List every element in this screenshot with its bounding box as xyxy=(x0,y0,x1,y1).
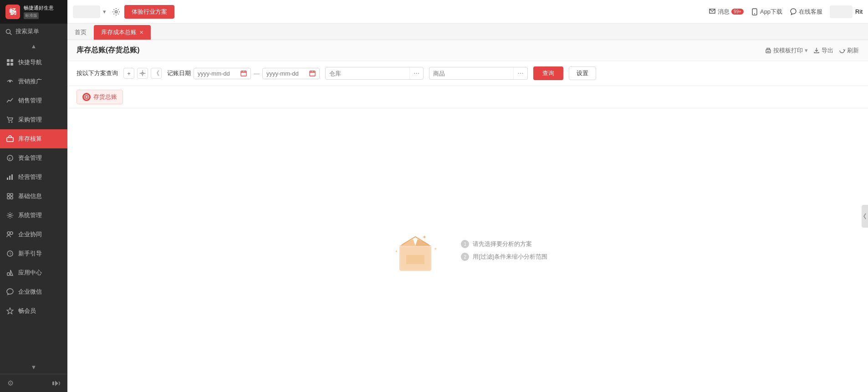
refresh-btn[interactable]: 刷新 xyxy=(839,46,859,55)
operations-icon xyxy=(5,173,15,182)
sidebar-label-system: 系统管理 xyxy=(18,211,42,219)
sidebar-item-purchase[interactable]: 采购管理 xyxy=(0,110,67,129)
side-panel-toggle[interactable] xyxy=(862,205,868,228)
sidebar-item-newguide[interactable]: ? 新手引导 xyxy=(0,244,67,263)
export-label: 导出 xyxy=(822,46,833,55)
sidebar-label-newguide: 新手引导 xyxy=(18,249,42,258)
message-btn[interactable]: 消息 99+ xyxy=(709,8,744,16)
svg-point-20 xyxy=(7,232,10,234)
export-btn[interactable]: 导出 xyxy=(813,46,833,55)
app-download-btn[interactable]: App下载 xyxy=(751,8,782,16)
tip-text-1: 请先选择要分析的方案 xyxy=(473,240,532,248)
tip-num-1: 1 xyxy=(461,240,469,248)
sidebar-item-marketing[interactable]: 营销推广 xyxy=(0,72,67,91)
scheme-icon xyxy=(82,93,91,101)
sidebar-item-member[interactable]: 畅会员 xyxy=(0,301,67,321)
svg-rect-16 xyxy=(10,193,13,196)
user-name: Rit xyxy=(855,8,863,15)
topbar: ▾ 体验行业方案 消息 99+ App下载 在线客服 Rit xyxy=(67,0,868,24)
sidebar-item-system[interactable]: 系统管理 xyxy=(0,206,67,225)
scheme-selector: 存货总账 xyxy=(67,86,868,108)
tab-home[interactable]: 首页 xyxy=(67,25,94,40)
sidebar-label-member: 畅会员 xyxy=(18,307,36,315)
user-avatar xyxy=(830,5,853,18)
filter-area: 按以下方案查询 + 《 记账日期 — xyxy=(67,61,868,86)
inventory-icon xyxy=(5,134,15,143)
sidebar-item-appcenter[interactable]: 应用中心 xyxy=(0,263,67,282)
warehouse-filter[interactable]: ··· xyxy=(325,67,424,80)
sidebar-label-operations: 经营管理 xyxy=(18,173,42,181)
tab-home-label: 首页 xyxy=(75,28,87,36)
filter-collapse-btn[interactable]: 《 xyxy=(151,68,162,79)
tab-close-icon[interactable]: ✕ xyxy=(139,30,143,36)
sidebar-item-inventory[interactable]: 库存核算 xyxy=(0,129,67,148)
scheme-item-inventory[interactable]: 存货总账 xyxy=(77,90,123,104)
svg-rect-24 xyxy=(7,273,10,275)
filter-add-btn[interactable]: + xyxy=(123,68,134,79)
app-download-label: App下载 xyxy=(760,8,782,16)
sidebar-item-finance[interactable]: ¥ 资金管理 xyxy=(0,148,67,168)
user-area[interactable]: Rit xyxy=(830,5,863,18)
app-tag: 标准版 xyxy=(24,12,39,19)
svg-text:✦: ✦ xyxy=(434,246,437,251)
warehouse-more-btn[interactable]: ··· xyxy=(409,67,423,79)
svg-point-7 xyxy=(9,122,10,123)
message-badge: 99+ xyxy=(731,9,744,15)
footer-audio-icon[interactable] xyxy=(52,379,60,387)
topbar-settings-btn[interactable] xyxy=(110,5,123,18)
print-dropdown-icon[interactable]: ▾ xyxy=(805,47,808,54)
filter-config-btn[interactable] xyxy=(137,68,148,79)
sidebar-label-purchase: 采购管理 xyxy=(18,116,42,124)
marketing-icon xyxy=(5,77,15,86)
svg-text:✦: ✦ xyxy=(422,234,427,240)
page-header-actions: 按模板打印 ▾ 导出 刷新 xyxy=(765,46,859,55)
enterprise-icon xyxy=(5,230,15,239)
sidebar: 畅 畅捷通好生意 标准版 搜索菜单 ▲ 快捷导航 营销推广 xyxy=(0,0,67,392)
date-end-input[interactable] xyxy=(262,68,320,79)
empty-tips: 1 请先选择要分析的方案 2 用[过滤]条件来缩小分析范围 xyxy=(461,240,547,261)
svg-rect-4 xyxy=(7,63,10,66)
svg-point-27 xyxy=(115,10,117,13)
sidebar-nav: 快捷导航 营销推广 销售管理 采购管理 库存核算 xyxy=(0,53,67,360)
app-name: 畅捷通好生意 xyxy=(24,5,54,11)
logo-icon: 畅 xyxy=(5,5,20,19)
svg-point-19 xyxy=(9,214,11,217)
filter-actions: + 《 xyxy=(123,68,162,79)
system-icon xyxy=(5,211,15,220)
sidebar-item-corpwechat[interactable]: 企业微信 xyxy=(0,282,67,301)
print-btn[interactable]: 按模板打印 ▾ xyxy=(765,46,808,55)
date-end-field[interactable] xyxy=(266,70,307,77)
filter-label: 按以下方案查询 xyxy=(77,69,118,77)
tab-inventory-ledger[interactable]: 库存成本总账 ✕ xyxy=(94,25,151,40)
scroll-down-btn[interactable]: ▼ xyxy=(0,360,67,374)
sidebar-label-corpwechat: 企业微信 xyxy=(18,288,42,296)
goods-input[interactable] xyxy=(429,68,513,79)
empty-illustration: ✦ ✦ ✦ xyxy=(388,223,443,278)
date-start-field[interactable] xyxy=(198,70,239,77)
sidebar-label-enterprise: 企业协同 xyxy=(18,230,42,239)
query-btn[interactable]: 查询 xyxy=(533,66,563,80)
sidebar-item-basic[interactable]: 基础信息 xyxy=(0,187,67,206)
sidebar-item-enterprise[interactable]: 企业协同 xyxy=(0,225,67,244)
goods-more-btn[interactable]: ··· xyxy=(513,67,527,79)
industry-btn[interactable]: 体验行业方案 xyxy=(124,5,174,19)
footer-settings-icon[interactable]: ⚙ xyxy=(7,379,14,387)
settings-btn[interactable]: 设置 xyxy=(569,66,596,80)
tab-active-label: 库存成本总账 xyxy=(101,28,137,36)
online-service-btn[interactable]: 在线客服 xyxy=(790,8,822,16)
svg-rect-34 xyxy=(310,71,315,76)
sidebar-item-sales[interactable]: 销售管理 xyxy=(0,91,67,110)
sidebar-item-operations[interactable]: 经营管理 xyxy=(0,168,67,187)
svg-rect-26 xyxy=(52,382,54,385)
svg-rect-13 xyxy=(9,176,10,180)
goods-filter[interactable]: ··· xyxy=(429,67,527,80)
warehouse-input[interactable] xyxy=(326,68,409,79)
empty-tip-2: 2 用[过滤]条件来缩小分析范围 xyxy=(461,253,547,261)
scheme-label: 存货总账 xyxy=(93,93,117,101)
topbar-dropdown-icon[interactable]: ▾ xyxy=(103,8,106,15)
search-menu[interactable]: 搜索菜单 xyxy=(0,24,67,39)
scroll-up-btn[interactable]: ▲ xyxy=(0,39,67,53)
date-start-input[interactable] xyxy=(194,68,251,79)
sidebar-item-quick-nav[interactable]: 快捷导航 xyxy=(0,53,67,72)
topbar-right: 消息 99+ App下载 在线客服 Rit xyxy=(709,5,863,18)
